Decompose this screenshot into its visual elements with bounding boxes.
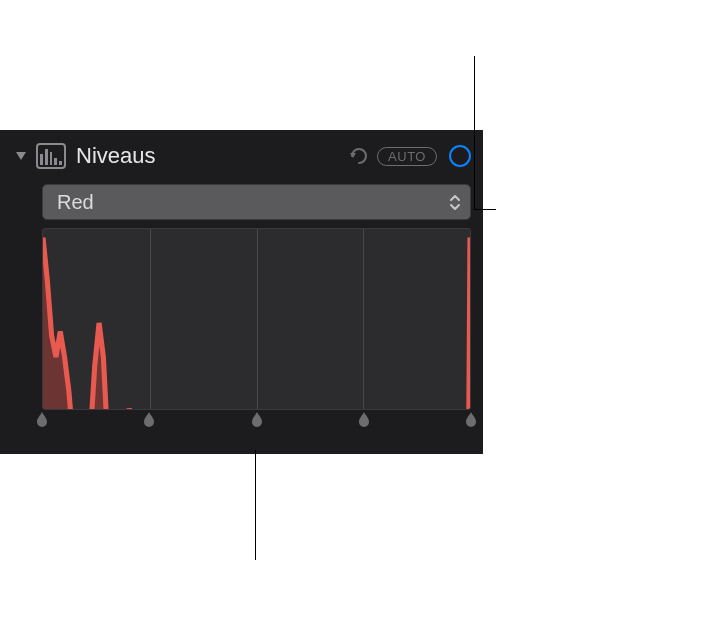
svg-marker-1 <box>350 153 356 158</box>
black-point-handle[interactable] <box>35 410 49 428</box>
white-point-handle[interactable] <box>464 410 478 428</box>
levels-panel: Niveaus AUTO Red <box>0 130 483 454</box>
channel-dropdown[interactable]: Red <box>42 184 471 220</box>
level-handles <box>42 410 471 430</box>
disclosure-triangle-icon[interactable] <box>12 147 30 165</box>
histogram-curve <box>43 229 470 410</box>
highlight-handle[interactable] <box>357 410 371 428</box>
undo-icon[interactable] <box>347 144 371 168</box>
shadow-handle[interactable] <box>142 410 156 428</box>
enable-toggle[interactable] <box>449 145 471 167</box>
svg-marker-0 <box>16 152 26 160</box>
channel-selected-label: Red <box>57 191 94 214</box>
callout-line <box>474 56 475 210</box>
callout-line <box>255 450 256 560</box>
callout-line <box>474 209 496 210</box>
chevron-up-down-icon <box>444 189 466 215</box>
levels-header: Niveaus AUTO <box>10 138 473 174</box>
histogram <box>42 228 471 410</box>
histogram-area <box>42 228 471 426</box>
section-title: Niveaus <box>76 143 341 169</box>
auto-button[interactable]: AUTO <box>377 147 437 166</box>
levels-icon <box>36 143 66 169</box>
midtone-handle[interactable] <box>250 410 264 428</box>
